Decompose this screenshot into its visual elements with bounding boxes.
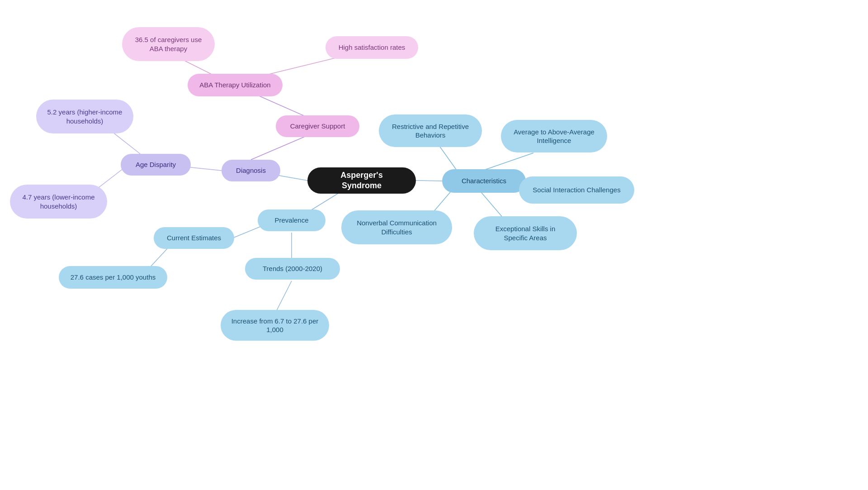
aba-stat-node: 36.5 of caregivers use ABA therapy bbox=[122, 27, 215, 61]
svg-line-0 bbox=[416, 181, 443, 181]
nonverbal-node: Nonverbal Communication Difficulties bbox=[341, 210, 452, 244]
caregiver-support-label: Caregiver Support bbox=[290, 122, 345, 131]
age-disparity-node: Age Disparity bbox=[121, 154, 191, 176]
higher-income-label: 5.2 years (higher-income households) bbox=[46, 108, 123, 125]
higher-income-node: 5.2 years (higher-income households) bbox=[36, 100, 133, 133]
current-estimates-node: Current Estimates bbox=[154, 227, 234, 249]
svg-line-14 bbox=[439, 145, 457, 170]
nonverbal-label: Nonverbal Communication Difficulties bbox=[351, 219, 442, 236]
social-interaction-label: Social Interaction Challenges bbox=[533, 186, 620, 195]
cases-node: 27.6 cases per 1,000 youths bbox=[59, 266, 167, 289]
characteristics-label: Characteristics bbox=[462, 176, 506, 186]
center-label: Asperger's Syndrome bbox=[324, 170, 400, 191]
lower-income-node: 4.7 years (lower-income households) bbox=[10, 185, 107, 219]
social-interaction-node: Social Interaction Challenges bbox=[519, 176, 634, 204]
increase-node: Increase from 6.7 to 27.6 per 1,000 bbox=[221, 310, 329, 341]
restrictive-label: Restrictive and Repetitive Behaviors bbox=[389, 122, 472, 140]
svg-line-13 bbox=[276, 281, 292, 312]
diagnosis-label: Diagnosis bbox=[236, 166, 266, 175]
prevalence-label: Prevalence bbox=[274, 216, 308, 225]
aba-therapy-label: ABA Therapy Utilization bbox=[199, 81, 270, 90]
exceptional-skills-label: Exceptional Skills in Specific Areas bbox=[484, 224, 567, 242]
restrictive-node: Restrictive and Repetitive Behaviors bbox=[379, 114, 482, 147]
svg-line-15 bbox=[484, 153, 533, 170]
trends-node: Trends (2000-2020) bbox=[245, 258, 340, 280]
caregiver-support-node: Caregiver Support bbox=[276, 115, 359, 137]
age-disparity-label: Age Disparity bbox=[136, 160, 176, 169]
cases-label: 27.6 cases per 1,000 youths bbox=[71, 273, 156, 282]
center-node: Asperger's Syndrome bbox=[307, 167, 416, 194]
increase-label: Increase from 6.7 to 27.6 per 1,000 bbox=[231, 317, 319, 334]
characteristics-node: Characteristics bbox=[442, 169, 526, 193]
high-satisfaction-label: High satisfaction rates bbox=[339, 43, 406, 52]
current-estimates-label: Current Estimates bbox=[167, 233, 221, 243]
trends-label: Trends (2000-2020) bbox=[263, 264, 322, 273]
prevalence-node: Prevalence bbox=[258, 209, 326, 231]
diagnosis-node: Diagnosis bbox=[222, 160, 280, 181]
exceptional-skills-node: Exceptional Skills in Specific Areas bbox=[474, 216, 577, 250]
aba-stat-label: 36.5 of caregivers use ABA therapy bbox=[132, 35, 205, 53]
lower-income-label: 4.7 years (lower-income households) bbox=[20, 193, 97, 210]
avg-intelligence-node: Average to Above-Average Intelligence bbox=[501, 120, 607, 152]
high-satisfaction-node: High satisfaction rates bbox=[326, 36, 418, 59]
aba-therapy-node: ABA Therapy Utilization bbox=[188, 74, 283, 96]
avg-intelligence-label: Average to Above-Average Intelligence bbox=[511, 128, 597, 145]
